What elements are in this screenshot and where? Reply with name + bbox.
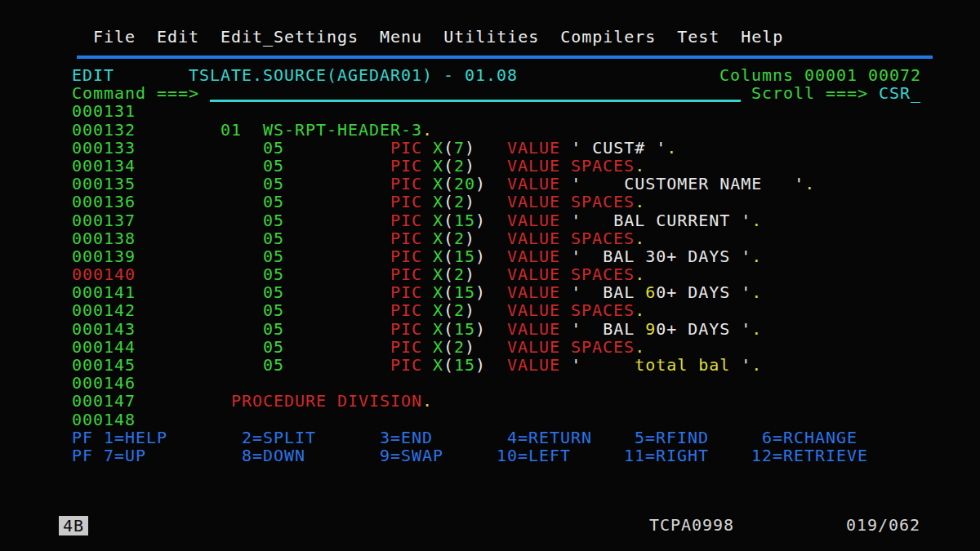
- cursor-position: 019/062: [846, 515, 920, 535]
- line-number[interactable]: 000137: [72, 211, 136, 230]
- line-number[interactable]: 000131: [72, 101, 136, 121]
- editor-line[interactable]: 000146: [72, 374, 921, 392]
- code-text: ' BAL CURRENT ': [571, 211, 751, 230]
- editor-line[interactable]: 000142 05 PIC X(2) VALUE SPACES.: [72, 301, 921, 319]
- code-text: ): [465, 229, 475, 248]
- code-text: .: [804, 174, 815, 193]
- line-number[interactable]: 000140: [72, 264, 136, 284]
- code-text: 7: [454, 138, 465, 158]
- code-text: 05: [136, 247, 284, 266]
- line-number[interactable]: 000135: [72, 174, 136, 193]
- code-text: PIC: [284, 337, 433, 357]
- code-text: 6: [645, 282, 656, 302]
- code-text: 2: [454, 300, 465, 320]
- editor-line[interactable]: 000136 05 PIC X(2) VALUE SPACES.: [72, 193, 921, 211]
- line-number[interactable]: 000141: [72, 282, 136, 302]
- code-text: (: [443, 300, 454, 320]
- editor-line[interactable]: 000143 05 PIC X(15) VALUE ' BAL 90+ DAYS…: [72, 320, 921, 338]
- system-id: TCPA0998: [649, 515, 734, 535]
- editor-line[interactable]: 000137 05 PIC X(15) VALUE ' BAL CURRENT …: [72, 211, 921, 229]
- menu-item-utilities[interactable]: Utilities: [443, 27, 539, 47]
- line-number[interactable]: 000148: [72, 410, 136, 429]
- code-text: VALUE: [475, 138, 571, 158]
- line-number[interactable]: 000134: [72, 156, 136, 176]
- pf-key-row-2: PF 7=UP 8=DOWN 9=SWAP 10=LEFT 11=RIGHT 1…: [72, 447, 921, 464]
- editor-line[interactable]: 000135 05 PIC X(20) VALUE ' CUSTOMER NAM…: [72, 175, 921, 193]
- editor-line[interactable]: 000138 05 PIC X(2) VALUE SPACES.: [72, 229, 921, 247]
- editor-line[interactable]: 000131: [72, 102, 921, 120]
- line-number[interactable]: 000136: [72, 192, 136, 211]
- code-text: VALUE: [486, 211, 571, 230]
- code-text: ): [475, 319, 486, 339]
- code-text: VALUE: [486, 319, 571, 339]
- code-text: VALUE: [486, 247, 571, 266]
- code-text: ): [475, 211, 486, 230]
- code-text: 15: [454, 355, 475, 375]
- code-text: (: [443, 138, 454, 158]
- menu-item-test[interactable]: Test: [677, 27, 719, 47]
- editor-line[interactable]: 000139 05 PIC X(15) VALUE ' BAL 30+ DAYS…: [72, 247, 921, 265]
- code-text: .: [635, 229, 645, 248]
- code-text: .: [751, 355, 762, 375]
- code-text: X: [433, 247, 443, 266]
- code-text: PROCEDURE DIVISION: [136, 391, 422, 411]
- line-number[interactable]: 000146: [72, 373, 136, 393]
- editor-line[interactable]: 000144 05 PIC X(2) VALUE SPACES.: [72, 338, 921, 356]
- code-text: (: [443, 247, 454, 266]
- code-text: .: [635, 192, 645, 211]
- line-number[interactable]: 000139: [72, 247, 136, 266]
- command-input-field[interactable]: [210, 85, 741, 102]
- code-text: X: [433, 174, 443, 193]
- code-text: .: [751, 282, 762, 302]
- line-number[interactable]: 000138: [72, 229, 136, 248]
- code-text: 05: [136, 282, 284, 302]
- code-text: .: [751, 247, 762, 266]
- line-number[interactable]: 000142: [72, 300, 136, 320]
- code-text: 20: [454, 174, 475, 193]
- code-text: 15: [454, 282, 475, 302]
- line-number[interactable]: 000145: [72, 355, 136, 375]
- editor-line[interactable]: 000133 05 PIC X(7) VALUE ' CUST# '.: [72, 139, 921, 157]
- menu-item-file[interactable]: File: [93, 27, 136, 47]
- code-text: VALUE SPACES: [475, 229, 635, 248]
- code-text: (: [443, 355, 454, 375]
- code-text: 2: [454, 192, 465, 211]
- menu-item-edit-settings[interactable]: Edit_Settings: [220, 27, 359, 47]
- code-text: X: [433, 156, 443, 176]
- editor-line[interactable]: 000148: [72, 411, 921, 429]
- menu-item-edit[interactable]: Edit: [157, 27, 199, 47]
- line-number[interactable]: 000143: [72, 319, 136, 339]
- line-number[interactable]: 000132: [72, 120, 136, 140]
- editor-line[interactable]: 000145 05 PIC X(15) VALUE ' total bal '.: [72, 356, 921, 374]
- scroll-label: Scroll ===>: [751, 83, 868, 103]
- code-text: PIC: [284, 211, 433, 230]
- editor-line[interactable]: 000141 05 PIC X(15) VALUE ' BAL 60+ DAYS…: [72, 283, 921, 301]
- menu-item-menu[interactable]: Menu: [380, 27, 422, 47]
- editor-line[interactable]: 000134 05 PIC X(2) VALUE SPACES.: [72, 157, 921, 175]
- code-text: VALUE: [486, 174, 571, 193]
- editor-line[interactable]: 000140 05 PIC X(2) VALUE SPACES.: [72, 265, 921, 283]
- line-number[interactable]: 000147: [72, 391, 136, 411]
- code-text: 15: [454, 247, 475, 266]
- line-number[interactable]: 000133: [72, 138, 136, 158]
- line-number[interactable]: 000144: [72, 337, 136, 357]
- code-text: total bal: [635, 355, 730, 375]
- code-text: ' BAL: [571, 319, 645, 339]
- menu-item-compilers[interactable]: Compilers: [560, 27, 656, 47]
- code-text: 01 WS-RPT-HEADER-3: [136, 120, 422, 140]
- code-text: (: [443, 156, 454, 176]
- menu-item-help[interactable]: Help: [741, 27, 783, 47]
- code-text: VALUE SPACES: [475, 156, 635, 176]
- code-text: ): [475, 355, 486, 375]
- editor-line[interactable]: 000147 PROCEDURE DIVISION.: [72, 392, 921, 410]
- code-text: (: [443, 337, 454, 357]
- terminal-screen: File Edit Edit_Settings Menu Utilities C…: [0, 0, 980, 551]
- code-text: 15: [454, 211, 475, 230]
- editor-line[interactable]: 000132 01 WS-RPT-HEADER-3.: [72, 121, 921, 139]
- code-text: ): [475, 174, 486, 193]
- code-text: PIC: [284, 174, 433, 193]
- code-text: (: [443, 211, 454, 230]
- editor-header-row: EDITTSLATE.SOURCE(AGEDAR01) - 01.08Colum…: [72, 66, 921, 84]
- code-text: X: [433, 211, 443, 230]
- scroll-value-field[interactable]: CSR_: [879, 83, 921, 103]
